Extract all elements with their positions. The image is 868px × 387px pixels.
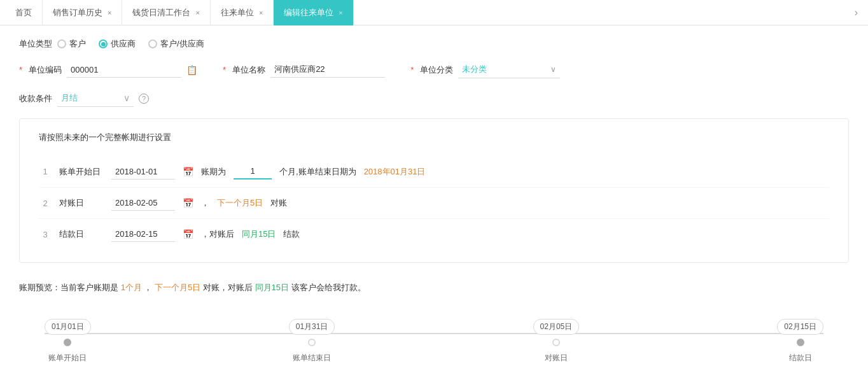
radio-supplier[interactable]: 供应商 xyxy=(99,38,136,50)
row-1-suffix-pre: 个月,账单结束日期为 xyxy=(279,166,356,178)
preview-mid1: ， xyxy=(144,283,152,292)
main-content: 单位类型 客户 供应商 客户/供应商 * 单位编码 xyxy=(0,25,868,387)
row-3-prefix-comma: ，对账后 xyxy=(201,229,234,240)
payment-group: 收款条件 月结 ∨ ? xyxy=(19,90,149,107)
tab-sales-history-label: 销售订单历史 xyxy=(53,7,102,18)
settings-row-3: 3 结款日 📅 ，对账后 同月15日 结款 xyxy=(39,219,829,250)
row-2-prefix-highlight: 下一个月5日 xyxy=(217,197,263,209)
timeline-label-3: 对账日 xyxy=(545,353,568,363)
timeline-badge-3: 02月05日 xyxy=(533,319,580,335)
settings-box: 请按照未来的一个完整帐期进行设置 1 账单开始日 📅 账期为 个月,账单结束日期… xyxy=(19,118,849,263)
preview-suffix: 该客户会给我打款。 xyxy=(291,283,366,292)
timeline-badge-4: 02月15日 xyxy=(777,319,823,335)
timeline-badge-1: 01月01日 xyxy=(45,319,91,335)
row-3-prefix-highlight: 同月15日 xyxy=(242,229,276,240)
settings-row-1: 1 账单开始日 📅 账期为 个月,账单结束日期为 2018年01月31日 xyxy=(39,156,829,188)
radio-customer-circle xyxy=(57,39,66,48)
row-3-num: 3 xyxy=(39,230,52,239)
row-1-period-input[interactable] xyxy=(234,164,272,179)
settings-row-2: 2 对账日 📅 ， 下一个月5日 对账 xyxy=(39,188,829,219)
tab-partner-list-label: 往来单位 xyxy=(221,7,254,18)
unit-type-group: 单位类型 客户 供应商 客户/供应商 xyxy=(19,38,204,50)
account-preview: 账期预览：当前客户账期是 1个月 ， 下一个月5日 对账，对账后 同月15日 该… xyxy=(19,276,849,300)
timeline-items: 01月01日 账单开始日 01月31日 账单结束日 02月05日 对账日 02月… xyxy=(45,319,823,363)
preview-mid2: 对账，对账后 xyxy=(203,283,253,292)
code-name-category-row: * 单位编码 📋 * 单位名称 * 单位分类 未分类 ∨ xyxy=(19,61,849,78)
category-dropdown-icon: ∨ xyxy=(550,65,556,74)
timeline-dot-1 xyxy=(64,339,71,346)
tab-cash-reconcile[interactable]: 钱货日清工作台 × xyxy=(122,0,210,25)
category-label: 单位分类 xyxy=(420,64,453,76)
settings-title: 请按照未来的一个完整帐期进行设置 xyxy=(39,132,829,143)
row-1-calendar-icon[interactable]: 📅 xyxy=(183,167,193,177)
tab-partner-list[interactable]: 往来单位 × xyxy=(211,0,274,25)
tab-sales-history-close[interactable]: × xyxy=(108,9,111,17)
row-2-calendar-icon[interactable]: 📅 xyxy=(183,198,193,208)
radio-customer[interactable]: 客户 xyxy=(57,38,86,50)
timeline-label-1: 账单开始日 xyxy=(48,353,87,363)
timeline-node-1: 01月01日 账单开始日 xyxy=(45,319,91,363)
preview-highlight3: 同月15日 xyxy=(255,283,289,292)
radio-customer-supplier-circle xyxy=(148,39,157,48)
radio-customer-label: 客户 xyxy=(69,38,86,50)
timeline-node-2: 01月31日 账单结束日 xyxy=(289,319,335,363)
tab-edit-partner-label: 编辑往来单位 xyxy=(284,7,333,18)
code-required: * xyxy=(19,65,22,74)
timeline-node-4: 02月15日 结款日 xyxy=(777,319,823,363)
category-required: * xyxy=(410,65,414,74)
row-3-calendar-icon[interactable]: 📅 xyxy=(183,229,193,239)
row-2-label: 对账日 xyxy=(59,197,104,209)
row-2-prefix-comma: ， xyxy=(201,197,209,209)
tab-edit-partner-close[interactable]: × xyxy=(339,9,342,17)
row-2-date-input[interactable] xyxy=(111,195,175,211)
unit-type-label: 单位类型 xyxy=(19,38,52,50)
payment-select-value: 月结 xyxy=(61,92,121,104)
tab-cash-reconcile-close[interactable]: × xyxy=(195,9,199,17)
timeline-label-2: 账单结束日 xyxy=(293,353,331,363)
code-input[interactable] xyxy=(67,62,181,78)
radio-supplier-label: 供应商 xyxy=(111,38,136,50)
tabs-bar: 首页 销售订单历史 × 钱货日清工作台 × 往来单位 × 编辑往来单位 × › xyxy=(0,0,868,25)
help-icon[interactable]: ? xyxy=(139,94,149,104)
timeline-dot-4 xyxy=(797,339,804,346)
payment-label: 收款条件 xyxy=(19,93,52,104)
row-1-num: 1 xyxy=(39,167,52,176)
timeline-badge-2: 01月31日 xyxy=(289,319,335,335)
radio-customer-supplier[interactable]: 客户/供应商 xyxy=(148,38,204,50)
payment-row: 收款条件 月结 ∨ ? xyxy=(19,90,849,107)
timeline-label-4: 结款日 xyxy=(789,353,812,363)
code-group: * 单位编码 📋 xyxy=(19,62,197,78)
tab-partner-list-close[interactable]: × xyxy=(259,9,263,17)
unit-type-row: 单位类型 客户 供应商 客户/供应商 xyxy=(19,38,849,50)
timeline-dot-2 xyxy=(308,339,316,346)
timeline-container: 01月01日 账单开始日 01月31日 账单结束日 02月05日 对账日 02月… xyxy=(19,319,849,363)
category-select-value: 未分类 xyxy=(462,64,545,75)
tabs-expand-button[interactable]: › xyxy=(850,7,863,18)
row-1-mid-text: 账期为 xyxy=(201,166,226,178)
preview-highlight1: 1个月 xyxy=(121,283,142,292)
payment-dropdown-icon: ∨ xyxy=(123,93,130,103)
name-label: 单位名称 xyxy=(232,64,265,76)
row-3-date-input[interactable] xyxy=(111,227,175,242)
timeline-node-3: 02月05日 对账日 xyxy=(533,319,580,363)
tab-home-label: 首页 xyxy=(15,7,32,18)
row-2-num: 2 xyxy=(39,199,52,208)
tab-home[interactable]: 首页 xyxy=(5,0,43,25)
tab-cash-reconcile-label: 钱货日清工作台 xyxy=(132,7,190,18)
row-1-label: 账单开始日 xyxy=(59,166,104,178)
timeline-dot-3 xyxy=(552,339,560,346)
tab-edit-partner[interactable]: 编辑往来单位 × xyxy=(274,0,353,25)
category-select[interactable]: 未分类 ∨ xyxy=(458,61,560,78)
row-1-date-input[interactable] xyxy=(111,164,175,179)
row-3-suffix-text: 结款 xyxy=(283,229,300,240)
payment-select[interactable]: 月结 ∨ xyxy=(57,90,134,107)
radio-group: 客户 供应商 客户/供应商 xyxy=(57,38,204,50)
row-3-label: 结款日 xyxy=(59,229,104,240)
code-label: 单位编码 xyxy=(29,64,62,76)
preview-prefix: 账期预览：当前客户账期是 xyxy=(19,283,118,292)
name-input[interactable] xyxy=(270,62,385,78)
tab-sales-history[interactable]: 销售订单历史 × xyxy=(43,0,122,25)
radio-customer-supplier-label: 客户/供应商 xyxy=(160,38,204,50)
code-calendar-icon[interactable]: 📋 xyxy=(186,65,197,75)
preview-highlight2: 下一个月5日 xyxy=(155,283,200,292)
